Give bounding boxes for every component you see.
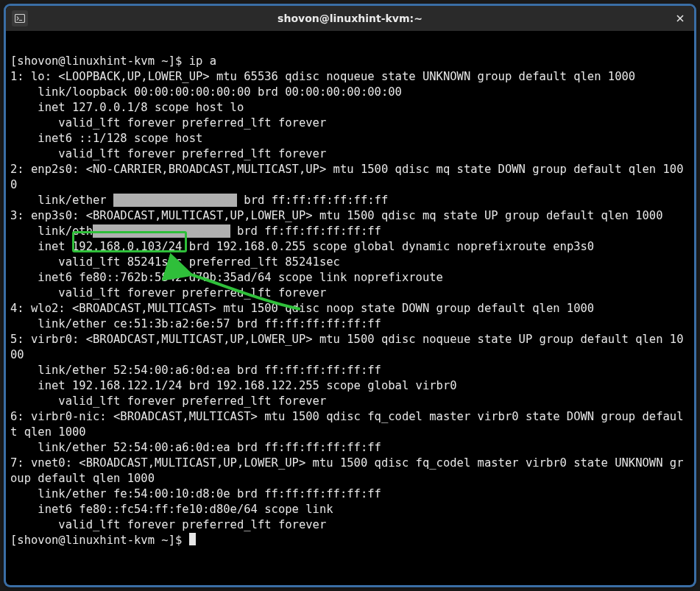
out-line: 3: enp3s0: <BROADCAST,MULTICAST,UP,LOWER… bbox=[10, 209, 663, 222]
redacted-mac: xx:xx:xx:xx:xx:xx bbox=[113, 194, 237, 207]
close-button[interactable] bbox=[672, 10, 688, 26]
out-line: link/ether 52:54:00:a6:0d:ea brd ff:ff:f… bbox=[10, 364, 381, 377]
titlebar: shovon@linuxhint-kvm:~ bbox=[6, 6, 694, 31]
prompt-line-2: [shovon@linuxhint-kvm ~]$ bbox=[10, 534, 196, 547]
out-line: inet 192.168.122.1/24 brd 192.168.122.25… bbox=[10, 379, 457, 392]
redacted-mac: er xx:xx:xx:xx:xx:xx bbox=[93, 224, 230, 238]
out-line: valid_lft forever preferred_lft forever bbox=[10, 286, 326, 300]
out-line: valid_lft 85241sec preferred_lft 85241se… bbox=[10, 255, 340, 269]
out-line: link/ether ce:51:3b:a2:6e:57 brd ff:ff:f… bbox=[10, 317, 381, 330]
window-title: shovon@linuxhint-kvm:~ bbox=[28, 13, 672, 24]
out-line: 4: wlo2: <BROADCAST,MULTICAST> mtu 1500 … bbox=[10, 302, 594, 315]
out-line: link/ether fe:54:00:10:d8:0e brd ff:ff:f… bbox=[10, 487, 381, 500]
prompt-line-1: [shovon@linuxhint-kvm ~]$ ip a bbox=[10, 54, 216, 68]
terminal-output: [shovon@linuxhint-kvm ~]$ ip a 1: lo: <L… bbox=[10, 54, 690, 548]
out-line: inet 192.168.0.103/24 brd 192.168.0.255 … bbox=[10, 240, 594, 253]
out-line: inet 127.0.0.1/8 scope host lo bbox=[10, 101, 244, 114]
out-line: link/ether 52:54:00:a6:0d:ea brd ff:ff:f… bbox=[10, 441, 381, 454]
out-line: link/ether xx:xx:xx:xx:xx:xx brd ff:ff:f… bbox=[10, 224, 381, 238]
svg-rect-0 bbox=[15, 15, 25, 23]
prompt-command: ip a bbox=[189, 54, 216, 68]
out-line: link/ether xx:xx:xx:xx:xx:xx brd ff:ff:f… bbox=[10, 194, 388, 207]
terminal-app-icon[interactable] bbox=[12, 10, 28, 26]
out-line: link/loopback 00:00:00:00:00:00 brd 00:0… bbox=[10, 85, 402, 99]
out-line: 2: enp2s0: <NO-CARRIER,BROADCAST,MULTICA… bbox=[10, 163, 684, 191]
out-line: 1: lo: <LOOPBACK,UP,LOWER_UP> mtu 65536 … bbox=[10, 70, 635, 83]
terminal-window: shovon@linuxhint-kvm:~ [shovon@linuxhint… bbox=[6, 6, 694, 585]
out-line: valid_lft forever preferred_lft forever bbox=[10, 116, 326, 130]
out-line: valid_lft forever preferred_lft forever bbox=[10, 518, 326, 531]
out-line: 6: virbr0-nic: <BROADCAST,MULTICAST> mtu… bbox=[10, 410, 684, 439]
prompt-userhost: [shovon@linuxhint-kvm ~]$ bbox=[10, 54, 189, 68]
out-line: 5: virbr0: <BROADCAST,MULTICAST,UP,LOWER… bbox=[10, 333, 684, 361]
out-line: inet6 fe80::762b:5842:d79b:35ad/64 scope… bbox=[10, 271, 443, 284]
close-icon bbox=[676, 14, 685, 23]
out-line: inet6 ::1/128 scope host bbox=[10, 132, 202, 145]
out-line: 7: vnet0: <BROADCAST,MULTICAST,UP,LOWER_… bbox=[10, 456, 684, 485]
out-line: inet6 fe80::fc54:ff:fe10:d80e/64 scope l… bbox=[10, 503, 333, 516]
cursor-block bbox=[189, 533, 196, 545]
out-line: valid_lft forever preferred_lft forever bbox=[10, 394, 326, 408]
terminal-content[interactable]: [shovon@linuxhint-kvm ~]$ ip a 1: lo: <L… bbox=[6, 31, 694, 585]
out-line: valid_lft forever preferred_lft forever bbox=[10, 147, 326, 160]
